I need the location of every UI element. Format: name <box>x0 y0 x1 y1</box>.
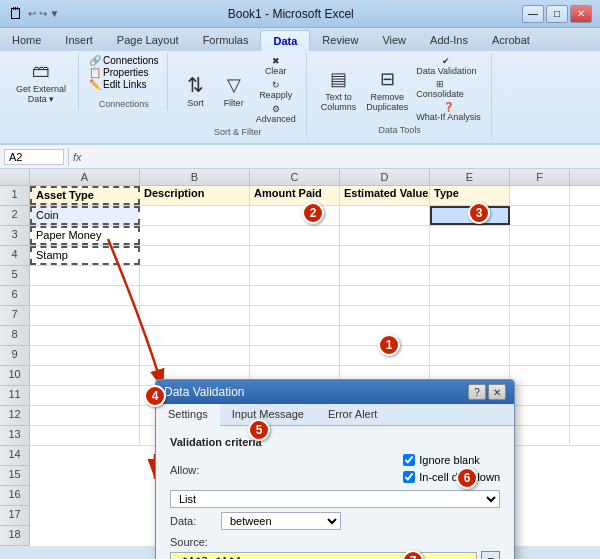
row-num-18: 18 <box>0 526 29 546</box>
table-row: Paper Money <box>30 226 600 246</box>
tab-insert[interactable]: Insert <box>53 30 105 51</box>
data-select[interactable]: between <box>221 512 341 530</box>
tab-view[interactable]: View <box>370 30 418 51</box>
cell-c2[interactable] <box>250 206 340 225</box>
col-header-c: C <box>250 169 340 185</box>
cell-d2[interactable] <box>340 206 430 225</box>
tab-data[interactable]: Data <box>260 30 310 51</box>
cell-c5[interactable] <box>250 266 340 285</box>
whatif-icon: ❓ <box>443 102 454 112</box>
dialog-tab-error-alert[interactable]: Error Alert <box>316 404 390 425</box>
source-label: Source: <box>170 536 500 548</box>
tab-home[interactable]: Home <box>0 30 53 51</box>
in-cell-dropdown-checkbox[interactable] <box>403 471 415 483</box>
row-num-16: 16 <box>0 486 29 506</box>
sort-filter-group-label: Sort & Filter <box>214 125 262 137</box>
row-num-7: 7 <box>0 306 29 326</box>
clear-button[interactable]: ✖ Clear <box>254 55 298 77</box>
dialog-help-button[interactable]: ? <box>468 384 486 400</box>
cell-f4[interactable] <box>510 246 570 265</box>
sort-button[interactable]: ⇅ Sort <box>178 69 214 111</box>
annotation-3: 3 <box>468 202 490 224</box>
source-collapse-button[interactable]: ⊞ <box>481 551 500 559</box>
connections-button[interactable]: 🔗 Connections <box>89 55 159 66</box>
data-label: Data: <box>170 515 215 527</box>
cell-f2[interactable] <box>510 206 570 225</box>
tab-review[interactable]: Review <box>310 30 370 51</box>
text-to-columns-button[interactable]: ▤ Text toColumns <box>317 63 361 115</box>
properties-icon: 📋 <box>89 67 101 78</box>
title-bar: 🗒 ↩ ↪ ▼ Book1 - Microsoft Excel — □ ✕ <box>0 0 600 28</box>
cell-e5[interactable] <box>430 266 510 285</box>
row-num-6: 6 <box>0 286 29 306</box>
cell-a1[interactable]: Asset Type <box>30 186 140 205</box>
cell-e4[interactable] <box>430 246 510 265</box>
source-input[interactable] <box>170 552 477 560</box>
ribbon-group-external-data: 🗃 Get ExternalData ▾ <box>4 53 79 111</box>
cell-d1[interactable]: Estimated Value <box>340 186 430 205</box>
dialog-close-button[interactable]: ✕ <box>488 384 506 400</box>
fx-label: fx <box>73 151 82 163</box>
close-button[interactable]: ✕ <box>570 5 592 23</box>
cell-c3[interactable] <box>250 226 340 245</box>
dialog-tab-settings[interactable]: Settings <box>156 404 220 426</box>
cell-reference-box[interactable] <box>4 149 64 165</box>
cell-f1[interactable] <box>510 186 570 205</box>
consolidate-button[interactable]: ⊞ Consolidate <box>414 78 466 100</box>
dialog-title-bar: Data Validation ? ✕ <box>156 380 514 404</box>
properties-button[interactable]: 📋 Properties <box>89 67 149 78</box>
tab-addins[interactable]: Add-Ins <box>418 30 480 51</box>
edit-links-button[interactable]: ✏️ Edit Links <box>89 79 146 90</box>
cell-a4[interactable]: Stamp <box>30 246 140 265</box>
cell-b1[interactable]: Description <box>140 186 250 205</box>
sort-label: Sort <box>187 99 204 109</box>
cell-a5[interactable] <box>30 266 140 285</box>
cell-e3[interactable] <box>430 226 510 245</box>
cell-c1[interactable]: Amount Paid <box>250 186 340 205</box>
cell-f3[interactable] <box>510 226 570 245</box>
cell-b3[interactable] <box>140 226 250 245</box>
connections-group-label: Connections <box>99 97 149 109</box>
advanced-button[interactable]: ⚙ Advanced <box>254 103 298 125</box>
get-external-data-button[interactable]: 🗃 Get ExternalData ▾ <box>12 55 70 107</box>
what-if-button[interactable]: ❓ What-If Analysis <box>414 101 483 123</box>
row-num-12: 12 <box>0 406 29 426</box>
tab-page-layout[interactable]: Page Layout <box>105 30 191 51</box>
cell-d3[interactable] <box>340 226 430 245</box>
allow-row: Allow: Ignore blank In-cell dropdown <box>170 454 500 508</box>
ribbon-group-sort-filter: ⇅ Sort ▽ Filter ✖ Clear ↻ Reapply ⚙ Adva… <box>170 53 307 139</box>
formula-input[interactable] <box>86 151 596 163</box>
cell-d4[interactable] <box>340 246 430 265</box>
data-validation-button[interactable]: ✔ Data Validation <box>414 55 478 77</box>
minimize-button[interactable]: — <box>522 5 544 23</box>
table-row <box>30 266 600 286</box>
cell-a3[interactable]: Paper Money <box>30 226 140 245</box>
cell-d5[interactable] <box>340 266 430 285</box>
cell-e1[interactable]: Type <box>430 186 510 205</box>
tab-formulas[interactable]: Formulas <box>191 30 261 51</box>
reapply-button[interactable]: ↻ Reapply <box>254 79 298 101</box>
allow-label: Allow: <box>170 464 215 476</box>
maximize-button[interactable]: □ <box>546 5 568 23</box>
cell-a2[interactable]: Coin <box>30 206 140 225</box>
cell-b5[interactable] <box>140 266 250 285</box>
row-num-10: 10 <box>0 366 29 386</box>
remove-duplicates-button[interactable]: ⊟ RemoveDuplicates <box>362 63 412 115</box>
row-num-5: 5 <box>0 266 29 286</box>
cell-b2[interactable] <box>140 206 250 225</box>
cell-f5[interactable] <box>510 266 570 285</box>
window-controls: — □ ✕ <box>522 5 592 23</box>
cell-c4[interactable] <box>250 246 340 265</box>
advanced-icon: ⚙ <box>272 104 280 114</box>
row-num-1: 1 <box>0 186 29 206</box>
ignore-blank-checkbox[interactable] <box>403 454 415 466</box>
allow-select[interactable]: List <box>170 490 500 508</box>
filter-button[interactable]: ▽ Filter <box>216 69 252 111</box>
data-row: Data: between <box>170 512 500 530</box>
row-num-2: 2 <box>0 206 29 226</box>
cell-b4[interactable] <box>140 246 250 265</box>
tab-acrobat[interactable]: Acrobat <box>480 30 542 51</box>
col-header-b: B <box>140 169 250 185</box>
consolidate-icon: ⊞ <box>436 79 444 89</box>
dialog-tab-input-message[interactable]: Input Message <box>220 404 316 425</box>
